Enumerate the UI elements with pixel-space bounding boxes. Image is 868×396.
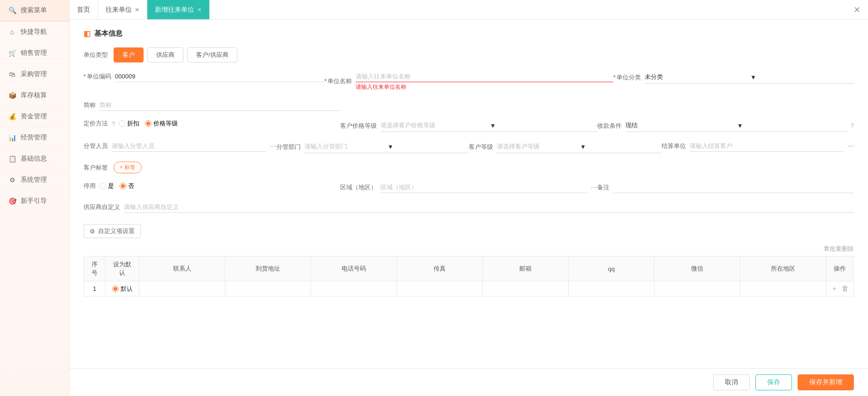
col-address: 到货地址 [225, 256, 311, 281]
pricing-radio-discount[interactable]: 折扣 [119, 119, 139, 128]
customer-tag-field: 客户标签 + 标签 [84, 162, 215, 173]
payment-terms-label: 收款条件 [597, 122, 622, 130]
payment-terms-field: 收款条件 现结 ▼ ? [597, 119, 854, 132]
tab-new-contact-close[interactable]: ✕ [197, 7, 202, 13]
default-radio-circle [112, 286, 119, 292]
fax-input[interactable] [402, 285, 478, 292]
wechat-input[interactable] [659, 285, 735, 292]
customer-price-level-select[interactable]: 请选择客户价格等级 ▼ [381, 119, 597, 132]
region-more-btn[interactable]: ··· [591, 183, 597, 192]
unit-category-label: 单位分类 [613, 73, 641, 82]
settlement-unit-field: 结算单位 ··· [662, 140, 854, 152]
sidebar-item-basic-info[interactable]: 📋 基础信息 [0, 148, 69, 170]
region-cell-input[interactable] [745, 285, 821, 292]
remarks-input[interactable] [613, 182, 854, 193]
batch-delete-btn[interactable]: 🗑 批量删除 [84, 245, 854, 253]
disabled-radio-group: 是 否 [99, 182, 134, 190]
unit-btn-both[interactable]: 客户/供应商 [187, 47, 237, 62]
window-close-button[interactable]: ✕ [846, 0, 868, 19]
cell-region[interactable] [740, 281, 826, 296]
cancel-button[interactable]: 取消 [713, 374, 750, 390]
supplier-custom-field: 供应商自定义 [84, 202, 854, 213]
qq-input[interactable] [573, 285, 649, 292]
customer-price-level-arrow: ▼ [490, 122, 597, 129]
cell-email[interactable] [483, 281, 569, 296]
table-row: 1 默认 [84, 281, 854, 296]
payment-terms-value: 现结 [625, 121, 735, 130]
customer-price-level-field: 客户价格等级 请选择客户价格等级 ▼ [340, 119, 597, 132]
sidebar-item-system[interactable]: ⚙ 系统管理 [0, 170, 69, 191]
unit-btn-supplier[interactable]: 供应商 [147, 47, 183, 62]
disabled-radio-yes[interactable]: 是 [99, 182, 114, 190]
unit-name-input[interactable] [356, 71, 613, 82]
cell-qq[interactable] [569, 281, 655, 296]
form-row-misc: 停用 是 否 区域（地区） ··· 备注 [84, 182, 854, 193]
cell-contact[interactable] [139, 281, 225, 296]
custom-settings-label: 自定义项设置 [98, 227, 135, 235]
sidebar-item-finance[interactable]: 💰 资金管理 [0, 106, 69, 127]
custom-settings-button[interactable]: ⚙ 自定义项设置 [84, 224, 141, 238]
delete-row-icon[interactable]: 🗑 [842, 284, 849, 293]
sidebar-item-label: 经营管理 [21, 133, 47, 142]
cell-default[interactable]: 默认 [106, 281, 139, 296]
tab-contacts[interactable]: 往来单位 ✕ [98, 0, 147, 19]
price-level-label: 价格等级 [153, 119, 178, 128]
email-input[interactable] [487, 285, 563, 292]
sidebar-item-inventory[interactable]: 📦 库存核算 [0, 85, 69, 106]
tab-new-contact[interactable]: 新增往来单位 ✕ [147, 0, 210, 19]
pricing-radio-price-level[interactable]: 价格等级 [145, 119, 178, 128]
unit-code-input[interactable] [115, 71, 324, 82]
sidebar-item-label: 资金管理 [21, 112, 47, 121]
address-input[interactable] [230, 285, 306, 292]
region-label: 区域（地区） [340, 183, 377, 192]
manager-more-btn[interactable]: ··· [270, 142, 276, 150]
sidebar-item-purchase[interactable]: 🛍 采购管理 [0, 64, 69, 85]
settlement-unit-more-btn[interactable]: ··· [848, 142, 854, 150]
tab-home[interactable]: 首页 [69, 0, 98, 19]
phone-input[interactable] [316, 285, 392, 292]
cell-phone[interactable] [311, 281, 397, 296]
form-row-unit-type: 单位类型 客户 供应商 客户/供应商 [84, 47, 854, 62]
price-level-radio-circle [145, 120, 152, 127]
sidebar-item-quick-nav[interactable]: ⌂ 快捷导航 [0, 22, 69, 43]
tab-contacts-close[interactable]: ✕ [135, 7, 139, 13]
disabled-radio-no[interactable]: 否 [120, 182, 134, 190]
unit-name-label: 单位名称 [324, 77, 352, 85]
sidebar-item-search[interactable]: 🔍 搜索菜单 [0, 0, 69, 22]
add-row-icon[interactable]: ＋ [831, 284, 838, 293]
cell-fax[interactable] [397, 281, 483, 296]
cell-wechat[interactable] [655, 281, 740, 296]
unit-category-select[interactable]: 未分类 ▼ [645, 71, 854, 84]
no-radio-circle [120, 183, 126, 189]
payment-terms-select[interactable]: 现结 ▼ [625, 119, 847, 132]
col-seq: 序号 [84, 256, 106, 281]
sidebar-item-label: 快捷导航 [21, 28, 47, 36]
pricing-radio-group: 折扣 价格等级 [119, 119, 178, 128]
default-radio-item[interactable]: 默认 [110, 285, 134, 293]
sidebar-item-guide[interactable]: 🎯 新手引导 [0, 191, 69, 212]
region-input[interactable] [381, 182, 587, 193]
contacts-table: 序号 设为默认 联系人 到货地址 电话号码 传真 邮箱 qq 微信 所在地区 操… [84, 256, 854, 296]
col-contact: 联系人 [139, 256, 225, 281]
unit-btn-customer[interactable]: 客户 [114, 47, 144, 62]
short-name-input[interactable] [99, 100, 340, 111]
contact-input[interactable] [144, 285, 220, 292]
settlement-unit-input[interactable] [690, 140, 844, 152]
purchase-icon: 🛍 [8, 70, 17, 79]
sidebar-item-sales[interactable]: 🛒 销售管理 [0, 43, 69, 64]
save-button[interactable]: 保存 [755, 374, 792, 390]
pricing-help-icon[interactable]: ? [112, 120, 115, 127]
department-select[interactable]: 请输入分管部门 ▼ [305, 140, 469, 153]
payment-terms-help-icon[interactable]: ? [851, 122, 854, 129]
supplier-custom-input[interactable] [124, 202, 854, 213]
form-row-supplier-custom: 供应商自定义 [84, 202, 854, 213]
form-row-short-name: 简称 [84, 100, 854, 111]
add-tag-button[interactable]: + 标签 [114, 162, 142, 173]
save-new-button[interactable]: 保存并新增 [798, 374, 854, 390]
manager-input[interactable] [112, 140, 266, 152]
sidebar-item-operations[interactable]: 📊 经营管理 [0, 127, 69, 148]
cell-address[interactable] [225, 281, 311, 296]
customer-level-select[interactable]: 请选择客户等级 ▼ [497, 140, 662, 153]
short-name-field: 简称 [84, 100, 340, 111]
guide-icon: 🎯 [8, 196, 17, 206]
